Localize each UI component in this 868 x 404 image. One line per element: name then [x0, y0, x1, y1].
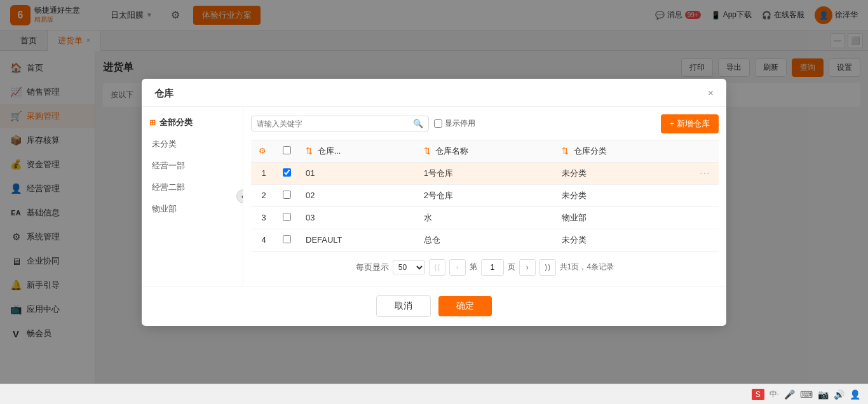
- row-category: 物业部: [555, 206, 693, 229]
- row-checkbox[interactable]: [276, 184, 299, 206]
- show-disabled-checkbox[interactable]: [434, 119, 442, 128]
- row-num: 4: [251, 229, 276, 251]
- modal-sidebar-dept2[interactable]: 经营二部: [142, 177, 243, 198]
- modal-footer: 取消 确定: [142, 286, 726, 326]
- page-next-button[interactable]: ›: [519, 259, 536, 276]
- modal-sidebar-all-category[interactable]: ⊞ 全部分类: [142, 112, 243, 133]
- row-more[interactable]: [693, 184, 719, 206]
- modal-header: 仓库 ×: [142, 79, 726, 107]
- camera-icon[interactable]: 📷: [818, 389, 829, 400]
- th-actions: [693, 140, 719, 162]
- warehouse-table-body: 1 01 1号仓库 未分类 ··· 2 02 2号仓库 未分类 3 03 水 物…: [251, 162, 719, 251]
- page-first-button[interactable]: ⟨⟨: [429, 259, 445, 276]
- row-num: 1: [251, 162, 276, 184]
- row-num: 3: [251, 206, 276, 229]
- row-checkbox[interactable]: [276, 206, 299, 229]
- select-all-checkbox[interactable]: [283, 146, 291, 154]
- search-icon: 🔍: [413, 119, 423, 128]
- row-name: 水: [417, 206, 555, 229]
- warehouse-modal: 仓库 × ⊞ 全部分类 未分类 经营一部 经营二部: [142, 79, 726, 326]
- show-disabled-label[interactable]: 显示停用: [434, 118, 475, 129]
- sort-icon: ⇅: [306, 146, 313, 156]
- modal-main: 🔍 显示停用 + 新增仓库 ⚙: [243, 107, 726, 286]
- grid-icon: ⊞: [149, 118, 156, 127]
- th-gear-icon[interactable]: ⚙: [259, 146, 266, 156]
- keyboard-icon[interactable]: ⌨: [800, 389, 813, 400]
- page-last-button[interactable]: ⟩⟩: [539, 259, 556, 276]
- page-prev-button[interactable]: ‹: [449, 259, 466, 276]
- page-total-info: 共1页，4条记录: [560, 262, 614, 273]
- ime-mode: 中·: [770, 389, 779, 400]
- table-row[interactable]: 2 02 2号仓库 未分类: [251, 184, 719, 206]
- row-code: 03: [299, 206, 417, 229]
- all-category-label: 全部分类: [159, 117, 193, 128]
- th-category: ⇅ 仓库分类: [555, 140, 693, 162]
- modal-body: ⊞ 全部分类 未分类 经营一部 经营二部 物业部 «: [142, 107, 726, 286]
- table-row[interactable]: 4 DEFAULT 总仓 未分类: [251, 229, 719, 251]
- row-more[interactable]: [693, 206, 719, 229]
- row-code: 01: [299, 162, 417, 184]
- page-label: 页: [508, 262, 515, 273]
- row-num: 2: [251, 184, 276, 206]
- table-container: ⚙ ⇅ 仓库... ⇅: [251, 140, 719, 252]
- sort-icon2: ⇅: [424, 146, 431, 156]
- modal-overlay: 仓库 × ⊞ 全部分类 未分类 经营一部 经营二部: [0, 0, 868, 404]
- warehouse-table: ⚙ ⇅ 仓库... ⇅: [251, 140, 719, 252]
- user-icon[interactable]: 👤: [850, 389, 860, 400]
- row-name: 2号仓库: [417, 184, 555, 206]
- row-category: 未分类: [555, 162, 693, 184]
- row-code: 02: [299, 184, 417, 206]
- row-code: DEFAULT: [299, 229, 417, 251]
- volume-icon[interactable]: 🔊: [834, 389, 844, 400]
- page-size-select[interactable]: 50 100: [393, 260, 425, 274]
- table-header-row: ⚙ ⇅ 仓库... ⇅: [251, 140, 719, 162]
- row-category: 未分类: [555, 184, 693, 206]
- table-row[interactable]: 3 03 水 物业部: [251, 206, 719, 229]
- th-name: ⇅ 仓库名称: [417, 140, 555, 162]
- row-checkbox[interactable]: [276, 162, 299, 184]
- modal-toolbar: 🔍 显示停用 + 新增仓库: [251, 114, 719, 133]
- per-page-label: 每页显示: [356, 262, 389, 273]
- page-word: 第: [470, 262, 477, 273]
- modal-sidebar-property[interactable]: 物业部: [142, 198, 243, 220]
- th-code: ⇅ 仓库...: [299, 140, 417, 162]
- th-settings: ⚙: [251, 140, 276, 162]
- modal-close-button[interactable]: ×: [708, 88, 714, 99]
- row-category: 未分类: [555, 229, 693, 251]
- mic-icon[interactable]: 🎤: [784, 389, 795, 400]
- sort-icon3: ⇅: [562, 146, 569, 156]
- modal-sidebar-dept1[interactable]: 经营一部: [142, 155, 243, 177]
- th-checkbox: [276, 140, 299, 162]
- row-name: 1号仓库: [417, 162, 555, 184]
- row-more[interactable]: [693, 229, 719, 251]
- modal-title: 仓库: [154, 88, 173, 100]
- modal-sidebar-uncategorized[interactable]: 未分类: [142, 133, 243, 155]
- search-box: 🔍: [251, 116, 429, 131]
- modal-sidebar: ⊞ 全部分类 未分类 经营一部 经营二部 物业部 «: [142, 107, 243, 286]
- search-input[interactable]: [257, 119, 413, 128]
- bottom-bar: S 中· 🎤 ⌨ 📷 🔊 👤: [0, 384, 868, 404]
- pagination-row: 每页显示 50 100 ⟨⟨ ‹ 第 页 › ⟩⟩ 共1页，4条记录: [251, 252, 719, 278]
- table-row[interactable]: 1 01 1号仓库 未分类 ···: [251, 162, 719, 184]
- add-warehouse-button[interactable]: + 新增仓库: [661, 114, 719, 133]
- ime-label: S: [752, 389, 764, 400]
- row-more[interactable]: ···: [693, 162, 719, 184]
- page-input[interactable]: [481, 259, 504, 276]
- row-checkbox[interactable]: [276, 229, 299, 251]
- cancel-button[interactable]: 取消: [376, 295, 431, 317]
- row-name: 总仓: [417, 229, 555, 251]
- more-button[interactable]: ···: [700, 168, 710, 178]
- confirm-button[interactable]: 确定: [438, 296, 492, 316]
